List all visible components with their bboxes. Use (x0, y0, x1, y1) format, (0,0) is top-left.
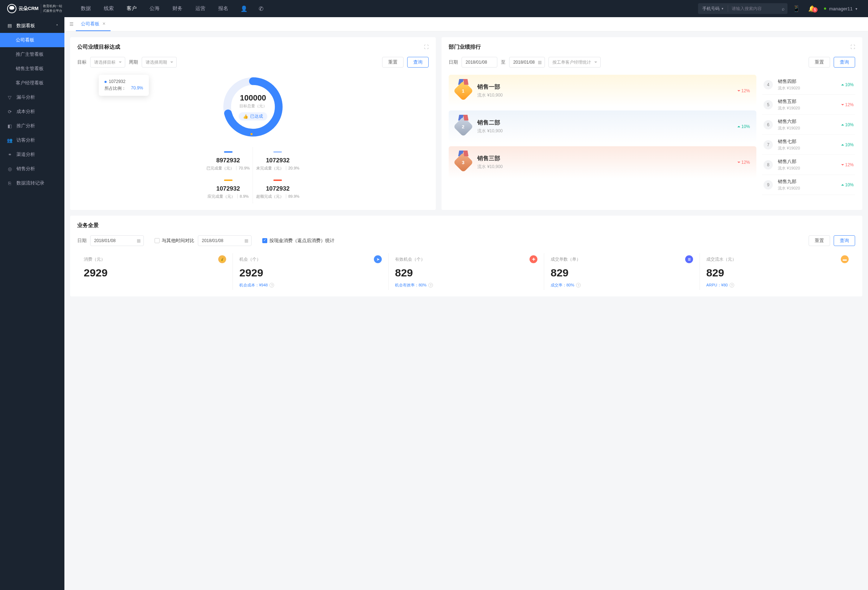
goal-stats: 8972932已完成量（元）70.9%1072932未完成量（元）20.9%10… (204, 147, 302, 203)
username: manager11 (829, 6, 853, 12)
rank-list-item: 8销售八部流水 ¥1902012% (762, 155, 855, 175)
search-input[interactable] (728, 6, 782, 11)
panel-ranking-title: 部门业绩排行 (449, 44, 481, 50)
nav-item[interactable]: 报名 (212, 0, 235, 17)
sidebar-item[interactable]: ⎘数据流转记录 (0, 176, 64, 190)
rank-list-item: 4销售四部流水 ¥1902010% (762, 75, 855, 95)
expand-icon[interactable]: ⛶ (850, 44, 855, 50)
expand-icon[interactable]: ⛶ (424, 44, 429, 50)
sidebar-item[interactable]: ⚭渠道分析 (0, 147, 64, 162)
panel-goal: 公司业绩目标达成 ⛶ 目标 请选择目标 周期 请选择周期 重置 查询 10729… (70, 37, 436, 210)
stat-cell: 1072932应完成量（元）8.9% (204, 175, 253, 203)
panel-overview: 业务全景 日期 2018/01/08▦ 与其他时间对比 2018/01/08▦ … (70, 216, 862, 296)
menu-toggle-icon[interactable]: ☰ (67, 21, 76, 27)
tab-company-board[interactable]: 公司看板 ✕ (76, 17, 111, 31)
help-icon[interactable]: ? (576, 283, 581, 287)
help-icon[interactable]: ? (729, 283, 734, 287)
query-button[interactable]: 查询 (407, 57, 429, 68)
main-content: ☰ 公司看板 ✕ 公司业绩目标达成 ⛶ 目标 请选择目标 周期 请选择周期 (64, 17, 868, 590)
tab-label: 公司看板 (81, 21, 99, 27)
calendar-icon: ▦ (244, 238, 248, 243)
reset-button[interactable]: 重置 (809, 235, 830, 246)
dashboard-icon: ▤ (6, 23, 13, 28)
sidebar-item[interactable]: 👥访客分析 (0, 133, 64, 147)
nav-item[interactable]: 数据 (74, 0, 97, 17)
logo: 云朵CRM 教育机构一站 式服务云平台 (7, 4, 62, 13)
tabs-bar: ☰ 公司看板 ✕ (64, 17, 868, 31)
search-icon[interactable]: ⌕ (782, 6, 785, 12)
medal-icon: 2 (455, 117, 472, 136)
metric-icon: ▬ (841, 255, 849, 263)
metric-icon: 💰 (218, 255, 226, 263)
cash-checkbox[interactable]: 按现金消费（返点后消费）统计 (262, 237, 335, 244)
user-menu[interactable]: manager11 ▾ (821, 6, 861, 12)
logo-text: 云朵CRM (19, 6, 38, 11)
rank-card: 3销售三部流水 ¥10,90012% (449, 146, 756, 178)
date-compare[interactable]: 2018/01/08▦ (198, 235, 251, 246)
select-target[interactable]: 请选择目标 (90, 57, 125, 68)
reset-button[interactable]: 重置 (809, 57, 830, 68)
search-group: 手机号码▾ ⌕ (698, 3, 787, 14)
user-icon[interactable]: 👤 (236, 5, 252, 12)
rank-card: 1销售一部流水 ¥10,90012% (449, 75, 756, 107)
sidebar-sub-item[interactable]: 公司看板 (0, 33, 64, 47)
select-period[interactable]: 请选择周期 (142, 57, 177, 68)
label-period: 周期 (129, 59, 138, 65)
sidebar-sub-item[interactable]: 客户经理看板 (0, 76, 64, 90)
query-button[interactable]: 查询 (834, 235, 855, 246)
sidebar-item[interactable]: ◧推广分析 (0, 119, 64, 133)
nav-item[interactable]: 公海 (143, 0, 166, 17)
chevron-up-icon: ˄ (56, 24, 58, 28)
reset-button[interactable]: 重置 (382, 57, 404, 68)
sidebar-sub-item[interactable]: 销售主管看板 (0, 62, 64, 76)
nav-item[interactable]: 客户 (120, 0, 143, 17)
panel-ranking: 部门业绩排行 ⛶ 日期 2018/01/08 至 2018/01/08▦ 按工单… (441, 37, 862, 210)
overview-metrics: 消费（元）💰2929机会（个）➤2929机会成本：¥948 ?有效机会（个）✚8… (77, 253, 855, 290)
sidebar-item[interactable]: ◎销售分析 (0, 162, 64, 176)
sidebar-icon: ◧ (6, 124, 13, 129)
rank-list-item: 9销售九部流水 ¥1902010% (762, 175, 855, 195)
sidebar-item[interactable]: ⟳成本分析 (0, 104, 64, 119)
help-icon[interactable]: ? (269, 283, 274, 287)
select-statby[interactable]: 按工单客户经理统计 (549, 57, 601, 68)
close-icon[interactable]: ✕ (102, 21, 106, 26)
sidebar-group-dashboard[interactable]: ▤数据看板 ˄ (0, 19, 64, 33)
sidebar-item[interactable]: ▽漏斗分析 (0, 90, 64, 104)
calendar-icon: ▦ (538, 60, 542, 65)
label-date: 日期 (77, 237, 87, 244)
phone-icon[interactable]: ✆ (253, 5, 269, 12)
metric-icon: ➤ (374, 255, 382, 263)
help-icon[interactable]: ? (428, 283, 433, 287)
gauge-label: 目标总量（元） (239, 103, 267, 109)
compare-checkbox[interactable]: 与其他时间对比 (155, 237, 194, 244)
overview-metric: 成交流水（元）▬829ARPU：¥80 ? (700, 253, 855, 290)
nav-item[interactable]: 财务 (166, 0, 189, 17)
bell-icon[interactable]: 🔔5 (805, 5, 819, 13)
logo-sub2: 式服务云平台 (43, 9, 62, 13)
gauge-value: 100000 (240, 93, 266, 103)
date-to[interactable]: 2018/01/08▦ (509, 57, 545, 68)
sidebar-icon: ◎ (6, 166, 13, 172)
thumb-icon: 👍 (243, 114, 248, 119)
status-dot-icon (824, 7, 826, 10)
medal-icon: 1 (455, 81, 472, 100)
medal-icon: 3 (455, 153, 472, 172)
date-from[interactable]: 2018/01/08 (462, 57, 497, 68)
chevron-down-icon: ▾ (855, 7, 857, 11)
sidebar-icon: ⟳ (6, 109, 13, 115)
sidebar-sub-item[interactable]: 推广主管看板 (0, 47, 64, 62)
mobile-icon[interactable]: 📱 (789, 5, 803, 13)
nav-item[interactable]: 运营 (189, 0, 212, 17)
query-button[interactable]: 查询 (834, 57, 855, 68)
stat-cell: 1072932超额完成（元）89.9% (253, 175, 302, 203)
nav-item[interactable]: 线索 (97, 0, 120, 17)
overview-metric: 机会（个）➤2929机会成本：¥948 ? (233, 253, 388, 290)
rank-rest: 4销售四部流水 ¥1902010%5销售五部流水 ¥1902012%6销售六部流… (762, 75, 855, 195)
calendar-icon: ▦ (137, 238, 140, 243)
date-main[interactable]: 2018/01/08▦ (90, 235, 144, 246)
rank-list-item: 6销售六部流水 ¥1902010% (762, 115, 855, 135)
notification-badge: 5 (812, 7, 818, 13)
search-type-select[interactable]: 手机号码▾ (698, 5, 728, 12)
sidebar-icon: ▽ (6, 95, 13, 100)
overview-metric: 有效机会（个）✚829机会有效率：80% ? (388, 253, 544, 290)
